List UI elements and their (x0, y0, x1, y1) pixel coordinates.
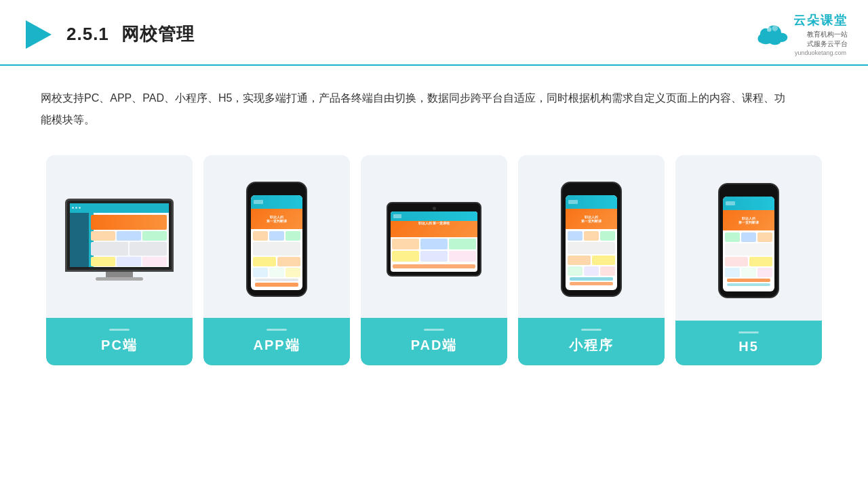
app-card: 职达人的第一堂判断课 (203, 155, 350, 365)
brand-name: 云朵课堂 (793, 12, 848, 28)
app-image-area: 职达人的第一堂判断课 (203, 155, 350, 318)
miniprogram-label: 小程序 (518, 318, 665, 365)
pc-mockup (65, 199, 174, 281)
pc-card: PC端 (46, 155, 193, 365)
h5-card: 职达人的第一堂判断课 (675, 155, 822, 365)
play-logo-icon (20, 18, 54, 52)
pc-image-area (46, 155, 193, 318)
brand-name-block: 云朵课堂 教育机构一站 式服务云平台 yunduoketang.com (793, 12, 848, 56)
svg-point-7 (772, 25, 778, 30)
app-label: APP端 (203, 318, 350, 365)
pad-tablet-mockup: 职达人的 第一堂课程 (387, 202, 481, 277)
miniprogram-card: 职达人的第一堂判断课 (518, 155, 665, 365)
h5-phone-mockup: 职达人的第一堂判断课 (718, 183, 779, 298)
cards-container: PC端 职达人的第一堂判断课 (41, 155, 827, 365)
header-right: 云朵课堂 教育机构一站 式服务云平台 yunduoketang.com (753, 12, 848, 56)
brand-tagline: 教育机构一站 式服务云平台 (793, 30, 848, 49)
h5-image-area: 职达人的第一堂判断课 (675, 155, 822, 321)
pc-screen-content (70, 203, 169, 267)
pc-label: PC端 (46, 318, 193, 365)
miniprogram-phone-mockup: 职达人的第一堂判断课 (561, 182, 622, 297)
description-text: 网校支持PC、APP、PAD、小程序、H5，实现多端打通，产品各终端自由切换，数… (41, 87, 787, 131)
header-left: 2.5.1 网校管理 (20, 18, 195, 52)
h5-label: H5 (675, 321, 822, 365)
cloud-icon (753, 24, 788, 45)
header: 2.5.1 网校管理 云朵课堂 教育机构一站 式服务云平台 y (0, 0, 868, 66)
main-content: 网校支持PC、APP、PAD、小程序、H5，实现多端打通，产品各终端自由切换，数… (0, 66, 868, 379)
page-title-name: 网校管理 (121, 22, 195, 46)
pad-label: PAD端 (361, 318, 507, 365)
svg-point-6 (767, 27, 772, 32)
svg-point-5 (776, 33, 787, 41)
pad-card: 职达人的 第一堂课程 (361, 155, 507, 365)
brand-url: yunduoketang.com (793, 49, 848, 56)
app-phone-mockup: 职达人的第一堂判断课 (246, 182, 307, 297)
brand-logo: 云朵课堂 教育机构一站 式服务云平台 yunduoketang.com (753, 12, 848, 56)
pc-screen-outer (65, 199, 174, 272)
svg-marker-0 (26, 20, 52, 49)
pad-image-area: 职达人的 第一堂课程 (361, 155, 507, 318)
page-title: 2.5.1 (66, 24, 109, 45)
miniprogram-image-area: 职达人的第一堂判断课 (518, 155, 665, 318)
